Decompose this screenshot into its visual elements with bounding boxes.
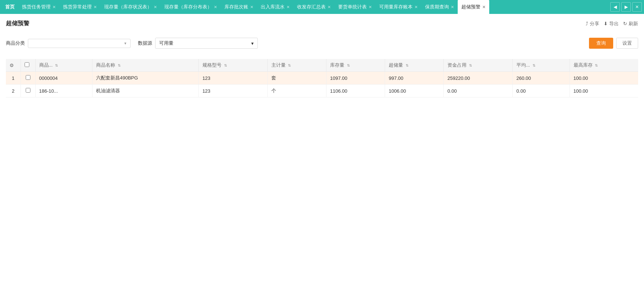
sort-icon: ⇅ [224,63,227,67]
nav-tab-1[interactable]: 拣货异常处理 ✕ [59,0,100,14]
sort-icon: ⇅ [118,63,121,67]
th-stock-qty[interactable]: 库存量 ⇅ [326,59,385,72]
nav-tab-2[interactable]: 现存量（库存状况表） ✕ [100,0,161,14]
close-icon[interactable]: ✕ [328,5,331,10]
close-icon[interactable]: ✕ [451,5,454,10]
nav-tab-3[interactable]: 现存量（库存分布表） ✕ [161,0,221,14]
category-select[interactable]: ▾ [28,39,131,48]
th-avg[interactable]: 平均... ⇅ [513,59,570,72]
cell-product-code: 0000004 [35,72,92,85]
row-checkbox[interactable] [26,88,30,93]
nav-tab-0[interactable]: 拣货任务管理 ✕ [18,0,59,14]
datasource-select[interactable]: 可用量 ▾ [155,38,258,49]
th-max-stock[interactable]: 最高库存 ⇅ [570,59,638,72]
close-icon[interactable]: ✕ [286,5,290,10]
share-icon: ⤴ [586,21,588,26]
settings-button[interactable]: 设置 [616,38,638,49]
close-icon[interactable]: ✕ [94,5,97,10]
select-all-checkbox[interactable] [25,62,29,67]
export-button[interactable]: ⬇ 导出 [604,21,619,27]
th-product-name[interactable]: 商品名称 ⇅ [92,59,198,72]
th-spec[interactable]: 规格型号 ⇅ [198,59,267,72]
page-header: 超储预警 ⤴ 分享 ⬇ 导出 ↻ 刷新 [6,20,638,27]
nav-prev-button[interactable]: ◀ [610,2,620,12]
page-title: 超储预警 [6,20,29,27]
nav-close-button[interactable]: ✕ [632,2,642,12]
th-product-code[interactable]: 商品... ⇅ [35,59,92,72]
nav-tab-9[interactable]: 保质期查询 ✕ [421,0,458,14]
close-icon[interactable]: ✕ [369,5,372,10]
nav-tab-6[interactable]: 收发存汇总表 ✕ [293,0,334,14]
refresh-icon: ↻ [623,21,627,26]
nav-home[interactable]: 首页 [1,0,18,14]
cell-capital-usage: 0.00 [444,85,513,97]
filter-area: 商品分类 ▾ 数据源 可用量 ▾ 查询 设置 [6,33,638,53]
cell-overstock-qty: 1006.00 [385,85,444,97]
cell-stock-qty: 1106.00 [326,85,385,97]
cell-product-name: 机油滤清器 [92,85,198,97]
sort-icon: ⇅ [288,63,291,67]
row-num: 1 [6,72,21,85]
th-gear[interactable]: ⚙ [6,59,21,72]
th-unit[interactable]: 主计量 ⇅ [267,59,326,72]
table-row: 1 0000004 六配套新昌490BPG 123 套 1097.00 997.… [6,72,638,85]
query-button[interactable]: 查询 [589,38,613,49]
row-num: 2 [6,85,21,97]
data-table: ⚙ 商品... ⇅ 商品名称 ⇅ 规格型号 ⇅ 主计量 [6,59,638,97]
cell-max-stock: 100.00 [570,72,638,85]
datasource-select-value: 可用量 [159,40,173,47]
close-icon[interactable]: ✕ [482,5,486,10]
category-filter: 商品分类 ▾ [6,39,131,48]
nav-tab-4[interactable]: 库存批次账 ✕ [221,0,257,14]
close-icon[interactable]: ✕ [154,5,157,10]
cell-unit: 套 [267,72,326,85]
cell-spec: 123 [198,72,267,85]
close-icon[interactable]: ✕ [250,5,253,10]
nav-next-button[interactable]: ▶ [621,2,631,12]
filter-right-buttons: 查询 设置 [589,38,638,49]
sort-icon: ⇅ [55,63,58,67]
gear-icon: ⚙ [10,63,14,68]
cell-unit: 个 [267,85,326,97]
sort-icon: ⇅ [406,63,409,67]
th-checkbox [21,59,35,72]
cell-avg: 260.00 [513,72,570,85]
header-actions: ⤴ 分享 ⬇ 导出 ↻ 刷新 [586,21,638,27]
sort-icon: ⇅ [595,63,598,67]
datasource-label: 数据源 [138,40,152,47]
row-checkbox-cell[interactable] [21,72,35,85]
nav-tab-5[interactable]: 出入库流水 ✕ [257,0,293,14]
nav-tab-10[interactable]: 超储预警 ✕ [458,0,489,14]
cell-spec: 123 [198,85,267,97]
nav-tab-8[interactable]: 可用量库存账本 ✕ [376,0,421,14]
table-header-row: ⚙ 商品... ⇅ 商品名称 ⇅ 规格型号 ⇅ 主计量 [6,59,638,72]
chevron-down-icon: ▾ [251,41,254,46]
close-icon[interactable]: ✕ [52,5,56,10]
cell-product-name: 六配套新昌490BPG [92,72,198,85]
sort-icon: ⇅ [469,63,472,67]
close-icon[interactable]: ✕ [214,5,217,10]
export-icon: ⬇ [604,21,608,26]
cell-stock-qty: 1097.00 [326,72,385,85]
cell-overstock-qty: 997.00 [385,72,444,85]
category-label: 商品分类 [6,40,25,47]
close-icon[interactable]: ✕ [414,5,418,10]
cell-product-code: 186-10... [35,85,92,97]
table-row: 2 186-10... 机油滤清器 123 个 1106.00 1006.00 … [6,85,638,97]
row-checkbox[interactable] [26,75,30,80]
refresh-button[interactable]: ↻ 刷新 [623,21,638,27]
sort-icon: ⇅ [533,63,535,67]
th-capital-usage[interactable]: 资金占用 ⇅ [444,59,513,72]
sort-icon: ⇅ [347,63,350,67]
cell-max-stock: 100.00 [570,85,638,97]
nav-tab-7[interactable]: 要货单统计表 ✕ [334,0,376,14]
datasource-filter: 数据源 可用量 ▾ [138,38,258,49]
cell-capital-usage: 259220.00 [444,72,513,85]
th-overstock-qty[interactable]: 超储量 ⇅ [385,59,444,72]
chevron-down-icon: ▾ [124,41,127,46]
share-button[interactable]: ⤴ 分享 [586,21,599,27]
row-checkbox-cell[interactable] [21,85,35,97]
nav-arrows: ◀ ▶ ✕ [610,2,643,12]
cell-avg: 0.00 [513,85,570,97]
nav-bar: 首页 拣货任务管理 ✕ 拣货异常处理 ✕ 现存量（库存状况表） ✕ 现存量（库存… [0,0,644,14]
